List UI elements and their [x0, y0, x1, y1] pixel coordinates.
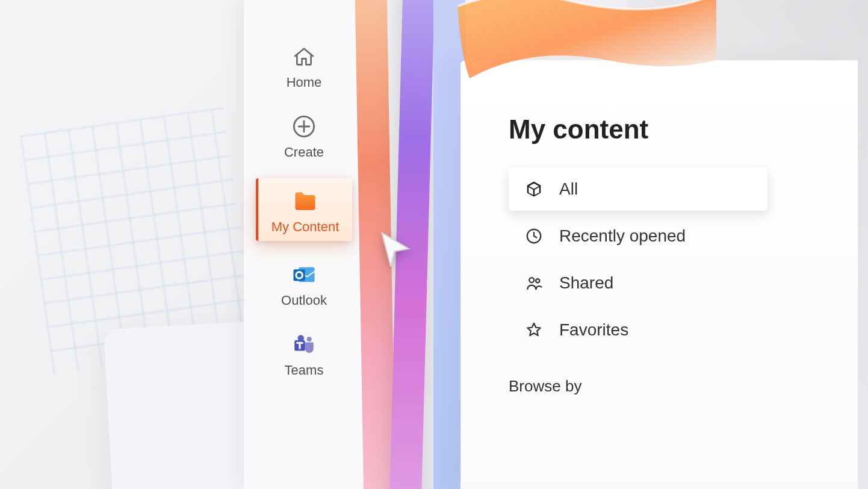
page-curl-decoration: [457, 0, 716, 102]
filter-item-label: Shared: [559, 273, 613, 293]
sidebar-item-label: Create: [284, 145, 324, 160]
panel-title: My content: [509, 114, 822, 145]
filter-item-label: Favorites: [559, 320, 628, 340]
sidebar-item-label: Home: [287, 75, 322, 90]
browse-by-heading: Browse by: [509, 377, 822, 396]
cursor-pointer-icon: [373, 228, 415, 270]
sidebar-item-create[interactable]: Create: [256, 106, 352, 165]
filter-item-label: All: [559, 179, 578, 199]
sidebar-item-label: My Content: [271, 219, 339, 235]
outlook-icon: [290, 260, 318, 289]
my-content-panel: My content All Recently opened Shared: [460, 60, 858, 489]
plus-circle-icon: [290, 112, 318, 141]
sidebar-item-label: Teams: [285, 363, 324, 378]
folder-icon: [291, 187, 320, 216]
sidebar-item-teams[interactable]: Teams: [256, 324, 352, 383]
svg-point-4: [307, 337, 312, 341]
filter-item-all[interactable]: All: [509, 167, 767, 211]
svg-point-9: [536, 279, 539, 282]
svg-point-8: [529, 278, 534, 282]
clock-icon: [523, 225, 545, 247]
cube-icon: [523, 178, 545, 200]
sidebar-item-home[interactable]: Home: [256, 36, 352, 95]
teams-icon: [290, 330, 318, 359]
app-sidebar: Home Create My Content Outlook: [244, 0, 364, 489]
filter-item-shared[interactable]: Shared: [509, 261, 767, 305]
home-icon: [290, 42, 318, 71]
filter-item-label: Recently opened: [559, 226, 686, 246]
sidebar-item-outlook[interactable]: Outlook: [256, 254, 352, 313]
sidebar-item-label: Outlook: [281, 293, 327, 308]
sidebar-item-my-content[interactable]: My Content: [256, 178, 352, 241]
filter-item-recently-opened[interactable]: Recently opened: [509, 214, 767, 258]
filter-item-favorites[interactable]: Favorites: [509, 308, 767, 352]
people-icon: [523, 272, 545, 294]
star-icon: [523, 319, 545, 341]
